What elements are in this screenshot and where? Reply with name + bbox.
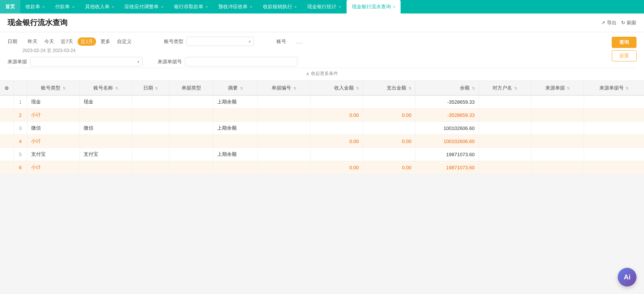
source-doc-no-filter: 来源单据号 xyxy=(158,57,297,66)
cell-expense xyxy=(363,148,415,161)
nav-tab-yushou[interactable]: 预收冲应收单 × xyxy=(213,0,257,13)
cell-counterparty xyxy=(479,161,531,174)
cell-doc-no xyxy=(258,109,310,122)
date-label: 日期 xyxy=(8,38,23,45)
data-table-container: ⚙ 账号类型 ⇅ 账号名称 ⇅ 日期 ⇅ 单据类型 摘要 ⇅ 单据编号 ⇅ 收入… xyxy=(0,81,644,174)
account-type-label: 账号类型 xyxy=(164,38,183,45)
page-header: 现金银行流水查询 ↗ 导出 ↻ 刷新 xyxy=(0,13,644,32)
cell-counterparty xyxy=(479,122,531,135)
cell-expense xyxy=(363,122,415,135)
column-source-doc-no[interactable]: 来源单据号 ⇅ xyxy=(584,81,644,96)
cell-doc-type xyxy=(169,161,213,174)
close-icon[interactable]: × xyxy=(393,4,395,9)
cell-source-doc xyxy=(531,122,584,135)
cell-account-type: 微信 xyxy=(27,122,80,135)
query-button[interactable]: 查询 xyxy=(612,37,636,48)
nav-tab-yingshou[interactable]: 应收应付调整单 × xyxy=(119,0,168,13)
date-today-btn[interactable]: 今天 xyxy=(42,37,56,46)
nav-home[interactable]: 首页 xyxy=(0,0,20,13)
source-doc-no-input[interactable] xyxy=(185,57,297,66)
nav-tab-xianjin-liushui[interactable]: 现金银行流水查询 × xyxy=(347,0,401,13)
nav-tab-shoukuan[interactable]: 收款单 × xyxy=(20,0,50,13)
column-date[interactable]: 日期 ⇅ xyxy=(132,81,169,96)
collapse-button[interactable]: ∧ 收起更多条件 xyxy=(306,70,338,77)
cell-account-name: 微信 xyxy=(80,122,132,135)
date-range-display: 2023-02-24 至 2023-03-24 xyxy=(23,48,75,53)
cell-expense xyxy=(363,96,415,109)
cell-doc-no xyxy=(258,122,310,135)
date-near1m-btn[interactable]: 近1月 xyxy=(78,37,96,46)
cell-num: 6 xyxy=(14,161,27,174)
data-table: ⚙ 账号类型 ⇅ 账号名称 ⇅ 日期 ⇅ 单据类型 摘要 ⇅ 单据编号 ⇅ 收入… xyxy=(0,81,644,174)
close-icon[interactable]: × xyxy=(294,4,297,9)
cell-account-name xyxy=(80,109,132,122)
nav-tab-xianjin-tongji[interactable]: 现金银行统计 × xyxy=(302,0,346,13)
export-icon: ↗ xyxy=(601,20,605,25)
date-more-btn[interactable]: 更多 xyxy=(98,37,113,46)
cell-gear xyxy=(0,148,14,161)
cell-doc-type xyxy=(169,96,213,109)
source-doc-select[interactable] xyxy=(30,57,143,66)
settings-button[interactable]: 设置 xyxy=(612,50,636,61)
filter-area: 日期 昨天 今天 近7天 近1月 更多 自定义 账号类型 xyxy=(0,32,644,81)
account-filter: 账号 ... xyxy=(276,38,305,45)
cell-date xyxy=(132,109,169,122)
cell-doc-no xyxy=(258,96,310,109)
cell-summary xyxy=(213,135,258,148)
cell-doc-type xyxy=(169,148,213,161)
cell-account-name: 支付宝 xyxy=(80,148,132,161)
close-icon[interactable]: × xyxy=(161,4,163,9)
column-expense[interactable]: 支出金额 ⇅ xyxy=(363,81,415,96)
account-more-btn[interactable]: ... xyxy=(294,38,305,45)
column-num xyxy=(14,81,27,96)
close-icon[interactable]: × xyxy=(112,4,114,9)
cell-summary xyxy=(213,161,258,174)
cell-doc-type xyxy=(169,122,213,135)
cell-gear xyxy=(0,109,14,122)
nav-tab-shoukuan-hexiao[interactable]: 收款核销执行 × xyxy=(258,0,302,13)
cell-account-name xyxy=(80,135,132,148)
column-income[interactable]: 收入金额 ⇅ xyxy=(310,81,363,96)
cell-gear xyxy=(0,135,14,148)
close-icon[interactable]: × xyxy=(339,4,341,9)
collapse-row: ∧ 收起更多条件 xyxy=(8,68,636,77)
cell-account-type: 小计 xyxy=(27,161,80,174)
cell-balance: 100102606.60 xyxy=(415,135,479,148)
nav-tab-fukuan[interactable]: 付款单 × xyxy=(50,0,80,13)
cell-account-type: 支付宝 xyxy=(27,148,80,161)
cell-num: 1 xyxy=(14,96,27,109)
column-account-type[interactable]: 账号类型 ⇅ xyxy=(27,81,80,96)
nav-tab-yinhang[interactable]: 银行存取款单 × xyxy=(169,0,213,13)
cell-doc-no xyxy=(258,135,310,148)
date-yesterday-btn[interactable]: 昨天 xyxy=(26,37,40,46)
table-row: 2小计0.000.00-3528659.33 xyxy=(0,109,644,122)
cell-counterparty xyxy=(479,109,531,122)
cell-balance: -3528659.33 xyxy=(415,96,479,109)
cell-doc-no xyxy=(258,148,310,161)
column-counterparty[interactable]: 对方户名 ⇅ xyxy=(479,81,531,96)
table-row: 4小计0.000.00100102606.60 xyxy=(0,135,644,148)
column-balance[interactable]: 余额 ⇅ xyxy=(415,81,479,96)
filter-row-1: 日期 昨天 今天 近7天 近1月 更多 自定义 账号类型 xyxy=(8,37,612,46)
column-summary[interactable]: 摘要 ⇅ xyxy=(213,81,258,96)
export-button[interactable]: ↗ 导出 xyxy=(601,19,617,26)
close-icon[interactable]: × xyxy=(42,4,45,9)
account-type-select[interactable] xyxy=(186,37,254,46)
column-account-name[interactable]: 账号名称 ⇅ xyxy=(80,81,132,96)
cell-summary: 上期余额 xyxy=(213,148,258,161)
close-icon[interactable]: × xyxy=(72,4,74,9)
source-doc-filter: 来源单据 ▾ xyxy=(8,57,143,66)
close-icon[interactable]: × xyxy=(206,4,208,9)
cell-balance: 100102606.60 xyxy=(415,122,479,135)
date-custom-btn[interactable]: 自定义 xyxy=(115,37,134,46)
date-near7-btn[interactable]: 近7天 xyxy=(59,37,75,46)
nav-tab-qitashouru[interactable]: 其他收入单 × xyxy=(80,0,119,13)
refresh-button[interactable]: ↻ 刷新 xyxy=(621,19,636,26)
cell-gear xyxy=(0,96,14,109)
column-source-doc[interactable]: 来源单据 ⇅ xyxy=(531,81,584,96)
cell-account-name xyxy=(80,161,132,174)
column-gear[interactable]: ⚙ xyxy=(0,81,14,96)
close-icon[interactable]: × xyxy=(250,4,252,9)
cell-counterparty xyxy=(479,135,531,148)
column-doc-no[interactable]: 单据编号 ⇅ xyxy=(258,81,310,96)
